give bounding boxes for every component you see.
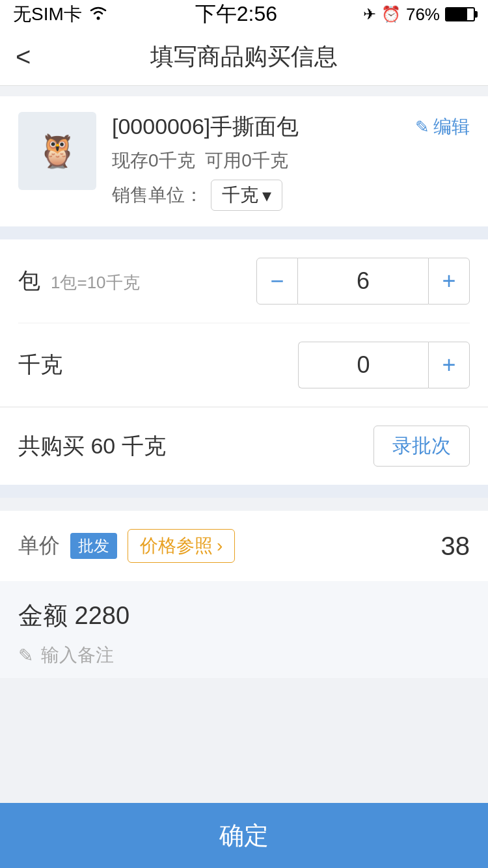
product-card: 🦉 [0000006]手撕面包 现存0千克 可用0千克 销售单位： 千克 ▾ ✎… — [0, 96, 488, 226]
package-qty-input[interactable] — [298, 258, 428, 305]
kg-label: 千克 — [18, 350, 298, 380]
package-label: 包 1包=10千克 — [18, 266, 256, 296]
edit-icon: ✎ — [415, 117, 429, 137]
kg-plus-button[interactable]: + — [428, 342, 470, 388]
package-hint: 1包=10千克 — [51, 271, 140, 294]
kg-qty-input[interactable] — [298, 342, 428, 388]
remark-placeholder: 输入备注 — [41, 643, 114, 668]
section-divider-2 — [0, 485, 488, 498]
price-section: 单价 批发 价格参照 › 38 — [0, 511, 488, 581]
product-unit: 销售单位： 千克 ▾ — [112, 180, 470, 211]
package-minus-button[interactable]: − — [256, 258, 298, 305]
nav-bar: < 填写商品购买信息 — [0, 29, 488, 86]
kg-row: 千克 + — [18, 323, 470, 407]
status-left: 无SIM卡 — [13, 2, 109, 27]
time-label: 下午2:56 — [195, 0, 277, 29]
package-plus-button[interactable]: + — [428, 258, 470, 305]
wifi-icon — [87, 4, 109, 25]
carrier-label: 无SIM卡 — [13, 2, 82, 27]
alarm-icon: ⏰ — [381, 5, 401, 23]
wholesale-tag: 批发 — [70, 533, 117, 559]
page-title: 填写商品购买信息 — [150, 41, 338, 73]
battery-icon — [445, 7, 475, 21]
product-thumb-icon: 🦉 — [37, 132, 77, 170]
price-ref-button[interactable]: 价格参照 › — [128, 529, 235, 563]
price-value: 38 — [441, 532, 470, 561]
status-bar: 无SIM卡 下午2:56 ✈ ⏰ 76% — [0, 0, 488, 29]
svg-point-0 — [96, 17, 100, 20]
package-input-section: 包 1包=10千克 − + 千克 + — [0, 239, 488, 407]
chevron-right-icon: › — [217, 536, 223, 556]
battery-pct: 76% — [406, 5, 440, 25]
package-qty-control: − + — [256, 258, 470, 305]
back-button[interactable]: < — [16, 42, 31, 72]
section-divider-1 — [0, 226, 488, 239]
amount-row: 金额 2280 — [18, 599, 470, 632]
status-right: ✈ ⏰ 76% — [363, 5, 475, 25]
product-thumbnail: 🦉 — [18, 112, 96, 190]
chevron-down-icon: ▾ — [262, 185, 271, 206]
remark-edit-icon: ✎ — [18, 645, 33, 666]
kg-qty-control: + — [298, 342, 470, 388]
product-stock: 现存0千克 可用0千克 — [112, 148, 470, 173]
location-icon: ✈ — [363, 5, 376, 23]
amount-section: 金额 2280 ✎ 输入备注 — [0, 581, 488, 678]
summary-section: 共购买 60 千克 录批次 — [0, 407, 488, 485]
batch-button[interactable]: 录批次 — [373, 426, 470, 467]
bottom-space — [0, 678, 488, 743]
summary-text: 共购买 60 千克 — [18, 431, 166, 461]
confirm-button[interactable]: 确定 — [0, 803, 488, 868]
remark-row[interactable]: ✎ 输入备注 — [18, 643, 470, 668]
unit-select[interactable]: 千克 ▾ — [211, 180, 282, 211]
price-label: 单价 — [18, 532, 60, 560]
package-row: 包 1包=10千克 − + — [18, 239, 470, 323]
edit-button[interactable]: ✎ 编辑 — [415, 115, 470, 139]
